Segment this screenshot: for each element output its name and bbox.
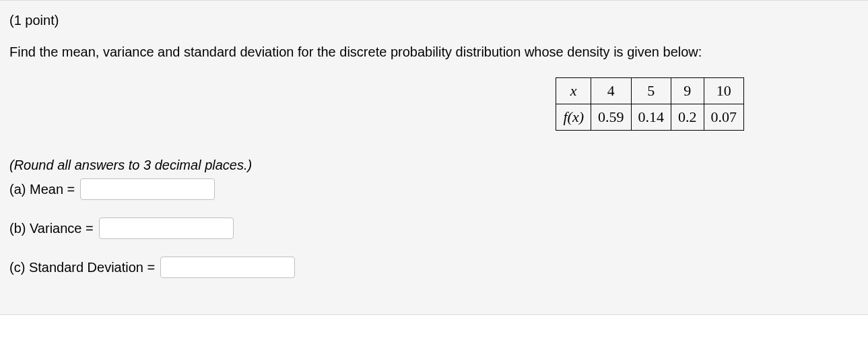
question-prompt: Find the mean, variance and standard dev…	[9, 44, 859, 60]
part-c-row: (c) Standard Deviation =	[9, 257, 859, 278]
question-container: (1 point) Find the mean, variance and st…	[0, 0, 868, 315]
std-dev-input[interactable]	[160, 257, 295, 278]
variance-input[interactable]	[99, 217, 234, 239]
part-c-label: (c) Standard Deviation =	[9, 260, 155, 275]
table-row: f(x) 0.59 0.14 0.2 0.07	[556, 104, 744, 131]
x-value-cell: 9	[671, 78, 704, 104]
x-value-cell: 4	[591, 78, 632, 104]
distribution-table-holder: x 4 5 9 10 f(x) 0.59 0.14 0.2 0.07	[9, 77, 859, 131]
fx-value-cell: 0.2	[671, 104, 704, 131]
distribution-table: x 4 5 9 10 f(x) 0.59 0.14 0.2 0.07	[556, 77, 744, 131]
table-row: x 4 5 9 10	[556, 78, 744, 104]
part-a-label: (a) Mean =	[9, 182, 75, 197]
rounding-note: (Round all answers to 3 decimal places.)	[9, 158, 859, 173]
part-b-label: (b) Variance =	[9, 221, 94, 236]
x-value-cell: 10	[704, 78, 744, 104]
part-a-row: (a) Mean =	[9, 178, 859, 200]
x-header-cell: x	[556, 78, 591, 104]
fx-value-cell: 0.14	[631, 104, 671, 131]
mean-input[interactable]	[80, 178, 215, 200]
fx-value-cell: 0.07	[704, 104, 744, 131]
x-value-cell: 5	[631, 78, 671, 104]
fx-value-cell: 0.59	[591, 104, 632, 131]
part-b-row: (b) Variance =	[9, 217, 859, 239]
points-label: (1 point)	[9, 13, 859, 28]
fx-header-cell: f(x)	[556, 104, 591, 131]
